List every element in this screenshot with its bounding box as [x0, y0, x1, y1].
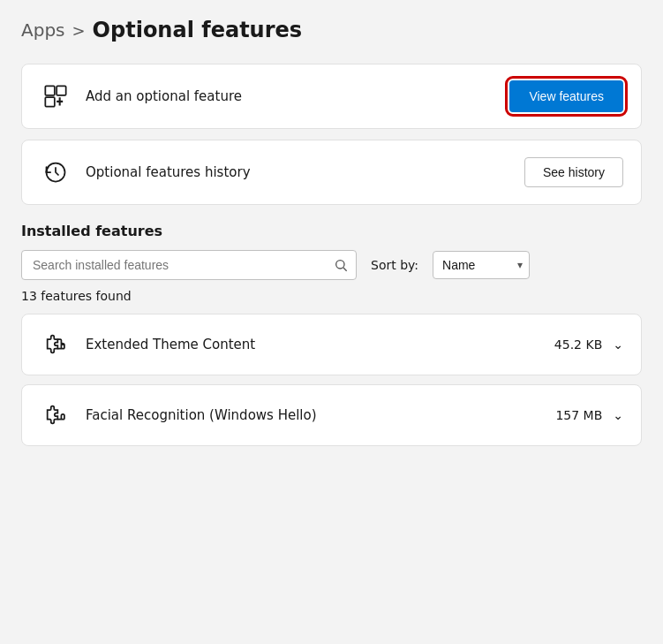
- feature-item-left-2: Facial Recognition (Windows Hello): [40, 399, 317, 431]
- installed-features-title: Installed features: [21, 223, 642, 239]
- svg-rect-2: [45, 97, 55, 107]
- history-card-left: Optional features history: [40, 156, 251, 188]
- search-icon: [334, 258, 348, 272]
- feature-chevron-icon-facial-recognition[interactable]: ⌄: [613, 408, 623, 422]
- add-feature-card: Add an optional feature View features: [21, 64, 642, 129]
- feature-name-facial-recognition: Facial Recognition (Windows Hello): [86, 407, 317, 423]
- feature-size-extended-theme: 45.2 KB: [554, 337, 602, 352]
- feature-item-facial-recognition: Facial Recognition (Windows Hello) 157 M…: [21, 384, 642, 446]
- add-feature-label: Add an optional feature: [86, 88, 242, 104]
- svg-rect-0: [45, 86, 55, 95]
- search-input[interactable]: [21, 250, 357, 280]
- add-feature-card-left: Add an optional feature: [40, 80, 242, 112]
- breadcrumb-current: Optional features: [93, 18, 303, 42]
- breadcrumb-separator: >: [72, 21, 86, 40]
- history-icon: [40, 156, 72, 188]
- feature-chevron-icon-extended-theme[interactable]: ⌄: [613, 337, 623, 352]
- breadcrumb: Apps > Optional features: [21, 18, 642, 42]
- breadcrumb-apps: Apps: [21, 19, 65, 41]
- add-feature-icon: [40, 80, 72, 112]
- feature-item-left: Extended Theme Content: [40, 329, 255, 360]
- sort-select[interactable]: Name Size Status: [433, 251, 530, 279]
- feature-item-extended-theme: Extended Theme Content 45.2 KB ⌄: [21, 314, 642, 375]
- search-wrapper: [21, 250, 357, 280]
- svg-point-4: [336, 261, 344, 269]
- feature-puzzle-icon: [40, 329, 72, 360]
- feature-size-facial-recognition: 157 MB: [555, 408, 602, 422]
- feature-right-extended-theme: 45.2 KB ⌄: [554, 337, 623, 352]
- feature-puzzle-icon-2: [40, 399, 72, 431]
- sort-select-wrapper: Name Size Status ▾: [433, 251, 530, 279]
- features-found-count: 13 features found: [21, 289, 642, 303]
- history-card: Optional features history See history: [21, 140, 642, 205]
- view-features-button[interactable]: View features: [509, 80, 623, 112]
- history-label: Optional features history: [86, 164, 251, 180]
- sort-label: Sort by:: [371, 258, 418, 272]
- svg-rect-1: [57, 86, 66, 95]
- installed-features-section: Installed features Sort by: Name Size St…: [21, 223, 642, 446]
- search-sort-row: Sort by: Name Size Status ▾: [21, 250, 642, 280]
- feature-name-extended-theme: Extended Theme Content: [86, 337, 255, 352]
- see-history-button[interactable]: See history: [524, 157, 623, 187]
- feature-right-facial-recognition: 157 MB ⌄: [555, 408, 623, 422]
- svg-line-5: [343, 268, 347, 271]
